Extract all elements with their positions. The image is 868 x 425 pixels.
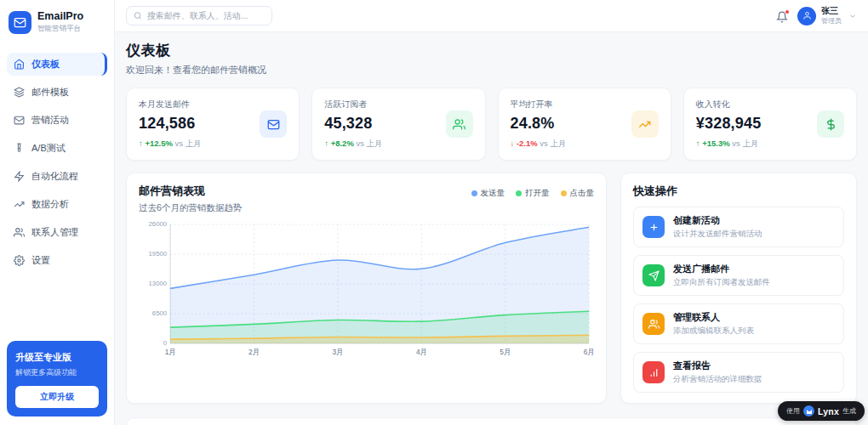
trend-suffix: vs 上月 bbox=[356, 139, 382, 148]
bar-chart-icon bbox=[642, 361, 665, 383]
home-icon bbox=[14, 59, 25, 70]
chevron-down-icon bbox=[848, 12, 857, 20]
quick-action-title: 发送广播邮件 bbox=[673, 263, 770, 275]
svg-text:1月: 1月 bbox=[165, 348, 176, 356]
trending-up-icon bbox=[631, 110, 659, 138]
sidebar-item-contacts[interactable]: 联系人管理 bbox=[7, 221, 107, 244]
stat-label: 平均打开率 bbox=[511, 99, 567, 110]
svg-text:6月: 6月 bbox=[584, 348, 594, 356]
sidebar-item-dashboard[interactable]: 仪表板 bbox=[7, 53, 107, 76]
quick-action-broadcast[interactable]: 发送广播邮件 立即向所有订阅者发送邮件 bbox=[633, 255, 844, 296]
stat-label: 收入转化 bbox=[696, 99, 762, 110]
sidebar-item-automation[interactable]: 自动化流程 bbox=[7, 165, 107, 188]
svg-text:0: 0 bbox=[163, 339, 168, 347]
svg-text:4月: 4月 bbox=[416, 348, 427, 356]
app-logo-icon bbox=[9, 11, 31, 34]
sidebar-item-label: 邮件模板 bbox=[31, 86, 69, 99]
sidebar-item-label: 设置 bbox=[31, 254, 50, 267]
stat-card-open-rate: 平均打开率 24.8% ↓ -2.1% vs 上月 bbox=[498, 88, 671, 161]
recent-campaigns-card: 最近营销活动 查看您最新的邮件营销活动表现 查看全部 活动名称 状态 发送量 打… bbox=[126, 417, 857, 425]
sidebar-item-ab-test[interactable]: A/B测试 bbox=[7, 137, 107, 160]
trend-suffix: vs 上月 bbox=[175, 139, 202, 148]
user-menu[interactable]: 张三 管理员 bbox=[797, 6, 857, 26]
chart-subtitle: 过去6个月的营销数据趋势 bbox=[139, 202, 242, 214]
dollar-icon bbox=[817, 110, 844, 138]
test-tube-icon bbox=[14, 143, 25, 154]
lynx-badge-brand: Lynx bbox=[818, 406, 839, 416]
trend-value: +12.5% bbox=[145, 139, 173, 148]
upgrade-subtitle: 解锁更多高级功能 bbox=[15, 367, 99, 378]
stat-card-revenue: 收入转化 ¥328,945 ↑ +15.3% vs 上月 bbox=[683, 88, 857, 161]
trend-arrow: ↑ bbox=[696, 139, 700, 148]
quick-action-title: 查看报告 bbox=[673, 360, 762, 372]
svg-text:13000: 13000 bbox=[149, 280, 168, 287]
app-logo: EmailPro 智能营销平台 bbox=[0, 0, 114, 42]
search-input[interactable] bbox=[147, 11, 265, 20]
page-title: 仪表板 bbox=[126, 41, 857, 60]
svg-text:6500: 6500 bbox=[152, 309, 168, 317]
sidebar-item-settings[interactable]: 设置 bbox=[7, 249, 107, 272]
quick-action-create-campaign[interactable]: 创建新活动 设计并发送邮件营销活动 bbox=[633, 207, 844, 247]
sidebar-item-analytics[interactable]: 数据分析 bbox=[7, 193, 107, 216]
trend-arrow: ↓ bbox=[511, 139, 515, 148]
sidebar-item-campaigns[interactable]: 营销活动 bbox=[7, 109, 107, 132]
sidebar-item-label: 营销活动 bbox=[31, 114, 69, 127]
stat-card-subscribers: 活跃订阅者 45,328 ↑ +8.2% vs 上月 bbox=[311, 88, 485, 161]
app-tagline: 智能营销平台 bbox=[37, 24, 83, 34]
upgrade-button[interactable]: 立即升级 bbox=[15, 386, 99, 408]
sidebar-item-label: 自动化流程 bbox=[31, 170, 78, 183]
gear-icon bbox=[14, 255, 25, 266]
stat-value: 124,586 bbox=[139, 115, 202, 133]
stat-label: 本月发送邮件 bbox=[139, 99, 202, 110]
quick-action-title: 创建新活动 bbox=[673, 214, 762, 227]
svg-text:26000: 26000 bbox=[149, 220, 168, 228]
trend-arrow: ↑ bbox=[139, 139, 143, 148]
stat-change: ↑ +8.2% vs 上月 bbox=[324, 139, 382, 150]
notifications-button[interactable] bbox=[776, 9, 788, 23]
legend-label: 点击量 bbox=[570, 188, 595, 199]
sidebar-item-label: 数据分析 bbox=[31, 198, 69, 211]
trend-value: -2.1% bbox=[517, 139, 538, 148]
performance-area-chart: 065001300019500260001月2月3月4月5月6月 bbox=[139, 218, 594, 359]
lynx-badge[interactable]: 使用 Lynx 生成 bbox=[778, 401, 865, 421]
lynx-badge-suffix: 生成 bbox=[842, 406, 856, 416]
stat-change: ↓ -2.1% vs 上月 bbox=[511, 139, 567, 150]
quick-action-subtitle: 添加或编辑联系人列表 bbox=[673, 326, 754, 337]
page-subtitle: 欢迎回来！查看您的邮件营销概况 bbox=[126, 64, 857, 76]
quick-action-subtitle: 分析营销活动的详细数据 bbox=[673, 374, 762, 385]
chart-title: 邮件营销表现 bbox=[139, 184, 242, 199]
stat-value: ¥328,945 bbox=[696, 115, 762, 133]
svg-text:3月: 3月 bbox=[332, 348, 343, 356]
topbar: 张三 管理员 bbox=[115, 0, 868, 32]
main-area: 张三 管理员 仪表板 欢迎回来！查看您的邮件营销概况 本月发送邮件 124,58… bbox=[115, 0, 868, 425]
sidebar-nav: 仪表板 邮件模板 营销活动 A/B测试 自动化流程 数据分析 联系人管理 设置 bbox=[0, 42, 114, 282]
chart-legend: 发送量 打开量 点击量 bbox=[471, 184, 595, 199]
middle-row: 邮件营销表现 过去6个月的营销数据趋势 发送量 打开量 点击量 06500130… bbox=[126, 173, 857, 404]
legend-dot bbox=[561, 190, 567, 196]
svg-text:5月: 5月 bbox=[500, 348, 511, 356]
send-icon bbox=[642, 264, 665, 286]
stat-value: 24.8% bbox=[511, 115, 567, 133]
layers-icon bbox=[14, 87, 25, 98]
trend-arrow: ↑ bbox=[324, 139, 328, 148]
trending-up-icon bbox=[14, 199, 25, 210]
svg-text:19500: 19500 bbox=[149, 250, 168, 258]
quick-actions-title: 快速操作 bbox=[633, 184, 844, 199]
notification-dot bbox=[785, 9, 790, 14]
sidebar-item-templates[interactable]: 邮件模板 bbox=[7, 81, 107, 104]
sidebar-item-label: 仪表板 bbox=[31, 58, 60, 71]
dashboard-content: 仪表板 欢迎回来！查看您的邮件营销概况 本月发送邮件 124,586 ↑ +12… bbox=[115, 32, 868, 425]
stat-value: 45,328 bbox=[324, 115, 382, 133]
sidebar: EmailPro 智能营销平台 仪表板 邮件模板 营销活动 A/B测试 自动化流… bbox=[0, 0, 115, 425]
topbar-right: 张三 管理员 bbox=[776, 6, 857, 26]
users-icon bbox=[446, 110, 473, 138]
quick-action-reports[interactable]: 查看报告 分析营销活动的详细数据 bbox=[633, 352, 844, 393]
stat-change: ↑ +15.3% vs 上月 bbox=[696, 139, 762, 150]
trend-suffix: vs 上月 bbox=[540, 139, 566, 148]
search-box[interactable] bbox=[126, 6, 272, 26]
quick-action-subtitle: 设计并发送邮件营销活动 bbox=[673, 229, 762, 240]
legend-label: 打开量 bbox=[525, 188, 550, 199]
quick-action-title: 管理联系人 bbox=[673, 311, 754, 324]
quick-action-contacts[interactable]: 管理联系人 添加或编辑联系人列表 bbox=[633, 303, 844, 344]
legend-dot bbox=[516, 190, 522, 196]
